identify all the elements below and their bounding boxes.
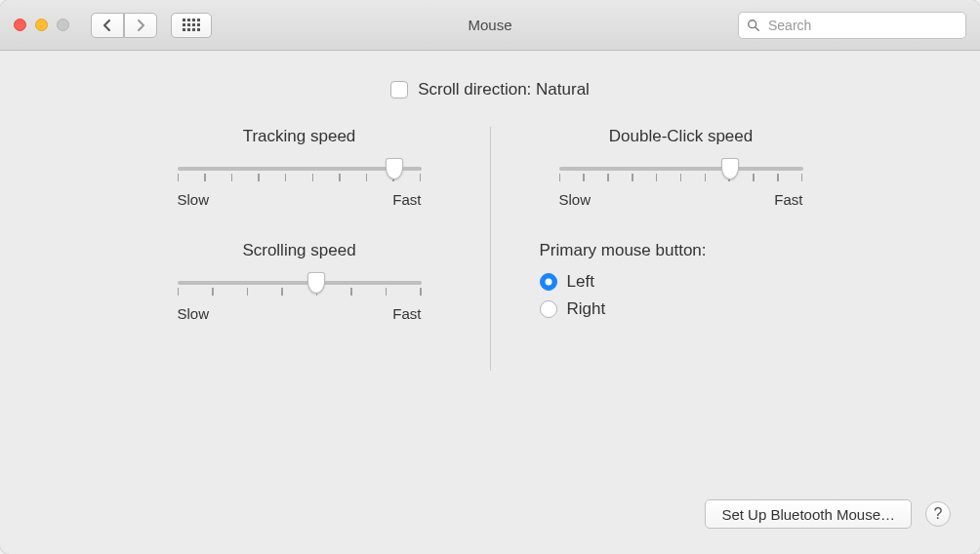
doubleclick-speed-slider[interactable]: Slow Fast <box>559 160 803 208</box>
primary-mouse-button-block: Primary mouse button: Left Right <box>540 241 707 327</box>
doubleclick-max-label: Fast <box>774 191 802 208</box>
scrolling-speed-slider[interactable]: Slow Fast <box>178 274 422 322</box>
scroll-direction-checkbox[interactable] <box>390 81 408 99</box>
doubleclick-min-label: Slow <box>559 191 592 208</box>
scroll-direction-label: Scroll direction: Natural <box>418 80 590 99</box>
doubleclick-speed-title: Double-Click speed <box>609 127 753 146</box>
tracking-min-label: Slow <box>178 191 210 208</box>
primary-mouse-button-title: Primary mouse button: <box>540 241 707 260</box>
scrolling-min-label: Slow <box>178 305 210 322</box>
svg-line-1 <box>755 26 758 29</box>
primary-right-radio[interactable] <box>540 300 557 318</box>
forward-button[interactable] <box>124 13 157 38</box>
back-button[interactable] <box>91 13 124 38</box>
traffic-lights <box>14 19 69 31</box>
preferences-window: Mouse Scroll direction: Natural Tracking… <box>0 0 980 554</box>
scroll-direction-row: Scroll direction: Natural <box>39 80 941 99</box>
grid-icon <box>183 19 200 31</box>
primary-right-label: Right <box>567 299 606 319</box>
show-all-button[interactable] <box>171 13 212 38</box>
chevron-left-icon <box>102 20 112 31</box>
minimize-button[interactable] <box>35 19 48 31</box>
content: Scroll direction: Natural Tracking speed… <box>0 51 980 554</box>
scrolling-speed-title: Scrolling speed <box>242 241 355 260</box>
help-button[interactable]: ? <box>925 501 951 527</box>
tracking-speed-slider[interactable]: Slow Fast <box>178 160 422 208</box>
scrolling-max-label: Fast <box>392 305 421 322</box>
primary-left-label: Left <box>567 272 594 292</box>
primary-left-row[interactable]: Left <box>540 272 707 292</box>
columns: Tracking speed Slow Fast Scrolling speed <box>39 127 941 371</box>
primary-left-radio[interactable] <box>540 273 557 291</box>
tracking-max-label: Fast <box>392 191 421 208</box>
nav-buttons <box>91 13 157 38</box>
chevron-right-icon <box>136 20 145 31</box>
search-input[interactable] <box>766 17 958 34</box>
search-icon <box>747 19 760 32</box>
setup-bluetooth-button[interactable]: Set Up Bluetooth Mouse… <box>705 499 912 529</box>
left-column: Tracking speed Slow Fast Scrolling speed <box>139 127 490 371</box>
zoom-button[interactable] <box>57 19 69 31</box>
search-field[interactable] <box>738 12 966 39</box>
titlebar: Mouse <box>0 0 980 51</box>
close-button[interactable] <box>14 19 26 31</box>
primary-right-row[interactable]: Right <box>540 299 707 319</box>
tracking-speed-title: Tracking speed <box>243 127 356 146</box>
bottom-row: Set Up Bluetooth Mouse… ? <box>705 499 951 529</box>
right-column: Double-Click speed Slow Fast Primary mou… <box>491 127 842 371</box>
